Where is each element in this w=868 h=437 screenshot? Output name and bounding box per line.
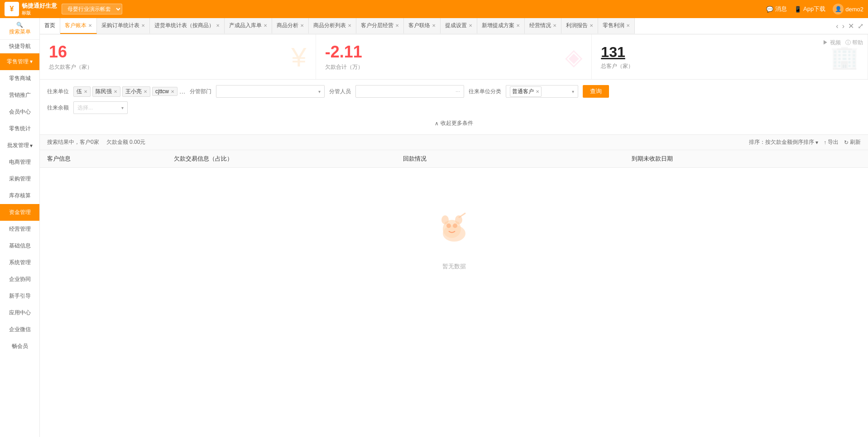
tab-left-arrow[interactable]: ‹ xyxy=(835,21,839,31)
filter-tag-chen-close[interactable]: ✕ xyxy=(114,89,117,94)
result-amount: 欠款金额 0.00元 xyxy=(106,138,146,146)
sidebar-item-enterprise-wechat[interactable]: 企业微信 xyxy=(0,321,39,338)
filter-tag-wu: 伍 ✕ xyxy=(73,86,91,97)
person-select-chevron: ⋯ xyxy=(456,89,460,94)
sidebar-item-retail-stats[interactable]: 零售统计 xyxy=(0,120,39,137)
tab-incoming-stats[interactable]: 进货单统计表（按商品） ✕ xyxy=(150,18,225,34)
sidebar-item-retail-shop[interactable]: 零售商城 xyxy=(0,70,39,87)
result-bar: 搜索结果中，客户0家 欠款金额 0.00元 排序：按欠款金额倒序排序 ▾ ↑ 导… xyxy=(40,135,868,150)
sidebar-search[interactable]: 🔍 搜索菜单 xyxy=(0,18,39,40)
tab-customer-contact[interactable]: 客户联络 ✕ xyxy=(404,18,441,34)
filter-more-btn[interactable]: ... xyxy=(179,87,185,95)
total-debt-amount-label: 欠款合计（万） xyxy=(325,63,363,71)
tab-retail-profit[interactable]: 零售利润 ✕ xyxy=(598,18,635,34)
tab-close-customer-ledger[interactable]: ✕ xyxy=(88,23,92,28)
message-icon: 💬 xyxy=(766,6,773,13)
tab-close-contact[interactable]: ✕ xyxy=(432,23,436,28)
sidebar-item-member[interactable]: 会员中心 xyxy=(0,104,39,120)
tab-business-situation[interactable]: 经营情况 ✕ xyxy=(525,18,561,34)
sort-selector[interactable]: 排序：按欠款金额倒序排序 ▾ xyxy=(749,138,818,146)
tab-home[interactable]: 首页 xyxy=(40,18,60,34)
tab-close-product[interactable]: ✕ xyxy=(300,23,304,28)
main-layout: 🔍 搜索菜单 快捷导航 零售管理 ▾ 零售商城 营销推广 会员中心 零售统计 xyxy=(0,18,868,437)
tab-customer-ledger[interactable]: 客户账本 ✕ xyxy=(60,18,97,34)
export-btn[interactable]: ↑ 导出 xyxy=(824,138,839,146)
tab-production-inbound[interactable]: 产成品入库单 ✕ xyxy=(225,18,272,34)
sidebar-item-finance[interactable]: 资金管理 xyxy=(0,204,39,221)
sidebar-item-newbie[interactable]: 新手引导 xyxy=(0,288,39,304)
main-content: ¥ 16 总欠款客户（家） ◈ -2.11 欠款合计（万） xyxy=(40,34,868,437)
total-customers-label: 总客户（家） xyxy=(601,62,633,70)
tab-add-commission[interactable]: 新增提成方案 ✕ xyxy=(477,18,525,34)
user-menu[interactable]: 👤 demo2 xyxy=(833,4,863,14)
sidebar-item-enterprise-collab[interactable]: 企业协同 xyxy=(0,271,39,288)
summary-help: ▶ 视频 ⓘ 帮助 xyxy=(823,39,863,47)
tab-close-tier[interactable]: ✕ xyxy=(395,23,399,28)
tab-close-all[interactable]: ✕ xyxy=(847,21,855,31)
tab-close-commission[interactable]: ✕ xyxy=(469,23,472,28)
app-download-btn[interactable]: 📱 App下载 xyxy=(794,5,825,13)
account-selector[interactable]: 母婴行业演示帐套 xyxy=(62,4,122,14)
tab-close-retail-profit[interactable]: ✕ xyxy=(626,23,630,28)
app-wrapper: ¥ 畅捷通好生意 标版 母婴行业演示帐套 💬 消息 📱 App下载 👤 demo… xyxy=(0,0,868,437)
dept-select[interactable]: ▾ xyxy=(216,85,325,98)
tab-close-add-commission[interactable]: ✕ xyxy=(516,23,520,28)
tab-profit-report[interactable]: 利润报告 ✕ xyxy=(561,18,598,34)
help-doc-btn[interactable]: ⓘ 帮助 xyxy=(845,39,863,47)
balance-filter-label: 往来余额 xyxy=(47,104,69,112)
tab-commission-settings[interactable]: 提成设置 ✕ xyxy=(441,18,477,34)
sidebar-item-retail-mgmt[interactable]: 零售管理 ▾ xyxy=(0,53,39,70)
tab-product-analysis[interactable]: 商品分析 ✕ xyxy=(272,18,309,34)
person-select[interactable]: ⋯ xyxy=(355,85,464,98)
balance-select[interactable]: 选择... ▾ xyxy=(73,101,128,114)
filter-area: 往来单位 伍 ✕ 陈民强 ✕ 王小亮 xyxy=(40,80,868,135)
top-bar: ¥ 畅捷通好生意 标版 母婴行业演示帐套 💬 消息 📱 App下载 👤 demo… xyxy=(0,0,868,18)
col-overdue-date: 到期未收款日期 xyxy=(632,155,861,163)
sidebar-item-app-center[interactable]: 应用中心 xyxy=(0,304,39,321)
sidebar-item-chang-member[interactable]: 畅会员 xyxy=(0,338,39,355)
summary-card-customers: ¥ 16 总欠款客户（家） xyxy=(40,34,316,79)
search-icon: 🔍 xyxy=(16,22,23,28)
sidebar-item-basic-info[interactable]: 基础信息 xyxy=(0,238,39,254)
logo: ¥ 畅捷通好生意 标版 xyxy=(5,2,57,16)
collapse-filter-btn[interactable]: ∧ 收起更多条件 xyxy=(47,118,861,129)
summary-card-total-customers: 🏢 131 总客户（家） ▶ 视频 ⓘ 帮助 xyxy=(592,34,868,79)
filter-tag-wu-close[interactable]: ✕ xyxy=(84,89,87,94)
tab-close-business[interactable]: ✕ xyxy=(553,23,556,28)
unit-class-select[interactable]: 普通客户 ✕ ▾ xyxy=(506,85,578,98)
top-bar-right: 💬 消息 📱 App下载 👤 demo2 xyxy=(766,4,863,14)
tab-close-purchase[interactable]: ✕ xyxy=(141,23,145,28)
quick-nav[interactable]: 快捷导航 xyxy=(0,40,39,53)
sidebar-item-wholesale[interactable]: 批发管理 ▾ xyxy=(0,137,39,154)
svg-point-7 xyxy=(441,215,449,224)
col-repayment: 回款情况 xyxy=(403,155,632,163)
message-btn[interactable]: 💬 消息 xyxy=(766,5,787,13)
sidebar-item-marketing[interactable]: 营销推广 xyxy=(0,87,39,104)
unit-class-tag-close[interactable]: ✕ xyxy=(536,89,539,94)
tab-product-analysis-list[interactable]: 商品分析列表 ✕ xyxy=(309,18,356,34)
refresh-btn[interactable]: ↻ 刷新 xyxy=(844,138,861,146)
sidebar-item-inventory[interactable]: 库存核算 xyxy=(0,187,39,204)
dept-filter-label: 分管部门 xyxy=(190,88,211,95)
tab-close-production[interactable]: ✕ xyxy=(264,23,267,28)
help-video-btn[interactable]: ▶ 视频 xyxy=(823,39,840,47)
sidebar-item-purchase[interactable]: 采购管理 xyxy=(0,171,39,187)
sidebar-item-system[interactable]: 系统管理 xyxy=(0,254,39,271)
result-actions: 排序：按欠款金额倒序排序 ▾ ↑ 导出 ↻ 刷新 xyxy=(749,138,861,146)
tab-close-profit[interactable]: ✕ xyxy=(590,23,593,28)
sidebar-item-operations[interactable]: 经营管理 xyxy=(0,221,39,238)
filter-row-1: 往来单位 伍 ✕ 陈民强 ✕ 王小亮 xyxy=(47,85,861,98)
tab-right-arrow[interactable]: › xyxy=(841,21,845,31)
tab-purchase-order-stats[interactable]: 采购订单统计表 ✕ xyxy=(97,18,150,34)
filter-tag-chen: 陈民强 ✕ xyxy=(92,86,120,97)
filter-tag-wang-close[interactable]: ✕ xyxy=(144,89,147,94)
tab-close-product-list[interactable]: ✕ xyxy=(348,23,351,28)
query-button[interactable]: 查询 xyxy=(583,85,609,98)
result-text: 搜索结果中，客户0家 xyxy=(47,138,99,146)
sidebar-item-ecommerce[interactable]: 电商管理 xyxy=(0,154,39,171)
tab-expand[interactable]: ⤢ xyxy=(857,21,864,31)
filter-tag-cjttcw-close[interactable]: ✕ xyxy=(171,89,174,94)
tab-close-incoming[interactable]: ✕ xyxy=(216,23,220,28)
tab-customer-tier[interactable]: 客户分层经营 ✕ xyxy=(356,18,404,34)
svg-point-8 xyxy=(455,215,462,224)
